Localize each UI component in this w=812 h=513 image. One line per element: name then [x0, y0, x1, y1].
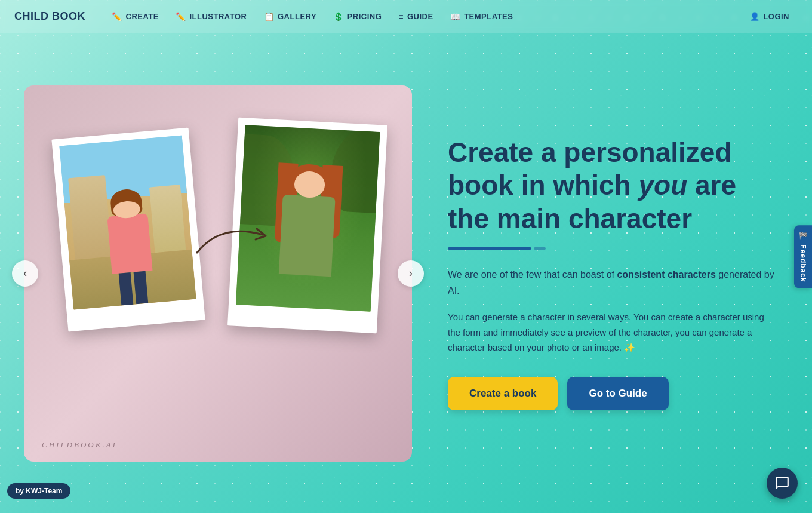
hero-content: Create a personalized book in which you …: [436, 136, 788, 410]
nav-link-pricing[interactable]: 💲 PRICING: [326, 7, 389, 26]
nav-link-guide[interactable]: ≡ GUIDE: [391, 7, 440, 26]
gallery-icon: 📋: [264, 12, 275, 21]
login-button[interactable]: 👤 LOGIN: [742, 7, 798, 26]
hero-title: Create a personalized book in which you …: [448, 136, 776, 235]
polaroid-left: [51, 127, 205, 331]
nav-link-illustrator[interactable]: ✏️ ILLUSTRATOR: [168, 7, 254, 26]
hero-buttons: Create a book Go to Guide: [448, 377, 776, 410]
arrow-decoration: [185, 217, 281, 265]
nav-link-create[interactable]: ✏️ CREATE: [104, 7, 166, 26]
nav-brand[interactable]: CHILD BOOK: [14, 10, 85, 23]
create-icon: ✏️: [112, 12, 122, 21]
feedback-button[interactable]: 🏁 Feedback: [794, 225, 812, 288]
guide-icon: ≡: [398, 12, 404, 21]
hero-title-italic: you: [638, 170, 687, 201]
pricing-icon: 💲: [333, 12, 344, 21]
hero-image-area: CHILDBOOK.AI: [24, 85, 412, 462]
kwj-badge: by KWJ-Team: [7, 483, 70, 499]
divider-bar: [448, 247, 531, 250]
nav-links: ✏️ CREATE ✏️ ILLUSTRATOR 📋 GALLERY 💲 PRI…: [104, 7, 742, 26]
nav-link-templates[interactable]: 📖 TEMPLATES: [443, 7, 521, 26]
carousel-prev-button[interactable]: ‹: [12, 260, 38, 287]
hero-description-2: You can generate a character in several …: [448, 309, 776, 355]
navbar: CHILD BOOK ✏️ CREATE ✏️ ILLUSTRATOR 📋 GA…: [0, 0, 812, 33]
templates-icon: 📖: [450, 12, 461, 21]
feedback-flag-icon: 🏁: [799, 231, 807, 241]
hero-divider: [448, 247, 776, 250]
divider-dot: [534, 247, 546, 250]
polaroid-left-image: [59, 135, 196, 309]
carousel-next-button[interactable]: ›: [398, 260, 424, 287]
user-icon: 👤: [750, 12, 760, 21]
edit-icon: ✏️: [176, 12, 186, 21]
hero-description-1: We are one of the few that can boast of …: [448, 266, 776, 299]
chat-button[interactable]: [767, 468, 798, 499]
watermark: CHILDBOOK.AI: [42, 440, 117, 450]
feedback-wrapper: 🏁 Feedback: [794, 225, 812, 288]
nav-link-gallery[interactable]: 📋 GALLERY: [257, 7, 324, 26]
create-book-button[interactable]: Create a book: [448, 377, 558, 410]
chat-icon: [774, 475, 790, 491]
go-to-guide-button[interactable]: Go to Guide: [567, 377, 668, 410]
hero-section: CHILDBOOK.AI ‹ › Create a personalized b…: [0, 33, 812, 513]
